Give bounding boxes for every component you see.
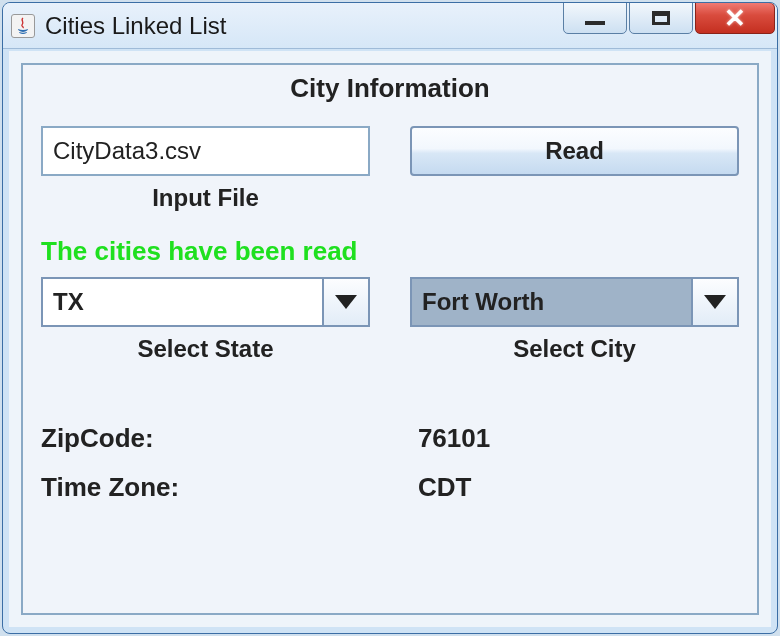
close-button[interactable]: ✕ (695, 2, 775, 34)
state-select-arrow[interactable] (322, 279, 368, 325)
input-file-field[interactable] (41, 126, 370, 176)
timezone-label: Time Zone: (41, 472, 418, 503)
minimize-button[interactable] (563, 2, 627, 34)
status-message: The cities have been read (41, 236, 739, 267)
close-icon: ✕ (724, 3, 746, 34)
window-controls: ✕ (563, 2, 775, 34)
city-select-label: Select City (410, 335, 739, 363)
titlebar[interactable]: Cities Linked List ✕ (3, 3, 777, 49)
window-frame: Cities Linked List ✕ City Information In… (2, 2, 778, 634)
zipcode-row: ZipCode: 76101 (41, 423, 739, 454)
minimize-icon (585, 21, 605, 25)
panel-title: City Information (41, 73, 739, 104)
input-file-label: Input File (41, 184, 370, 212)
read-button[interactable]: Read (410, 126, 739, 176)
maximize-icon (652, 11, 670, 25)
state-select-label: Select State (41, 335, 370, 363)
city-select-arrow[interactable] (691, 279, 737, 325)
chevron-down-icon (335, 295, 357, 309)
zipcode-label: ZipCode: (41, 423, 418, 454)
city-info-panel: City Information Input File Read The cit… (21, 63, 759, 615)
timezone-value: CDT (418, 472, 471, 503)
result-block: ZipCode: 76101 Time Zone: CDT (41, 423, 739, 503)
maximize-button[interactable] (629, 2, 693, 34)
city-select[interactable]: Fort Worth (410, 277, 739, 327)
window-title: Cities Linked List (45, 12, 226, 40)
chevron-down-icon (704, 295, 726, 309)
timezone-row: Time Zone: CDT (41, 472, 739, 503)
zipcode-value: 76101 (418, 423, 490, 454)
java-app-icon (11, 14, 35, 38)
state-select[interactable]: TX (41, 277, 370, 327)
city-select-value: Fort Worth (412, 288, 691, 316)
state-select-value: TX (43, 288, 322, 316)
client-area: City Information Input File Read The cit… (9, 51, 771, 627)
